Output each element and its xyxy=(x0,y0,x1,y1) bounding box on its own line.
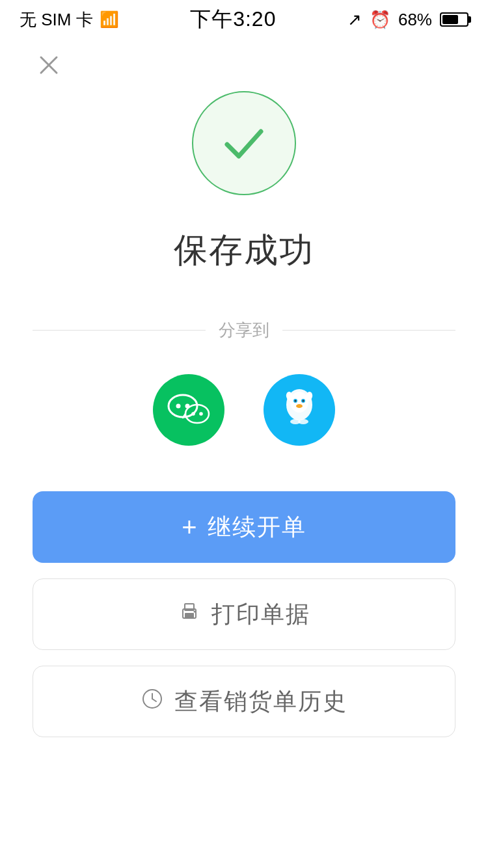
status-time: 下午3:20 xyxy=(190,5,276,34)
continue-label: 继续开单 xyxy=(208,511,306,543)
history-button[interactable]: 查看销货单历史 xyxy=(33,666,455,737)
sim-label: 无 SIM 卡 xyxy=(20,8,93,31)
alarm-icon: ⏰ xyxy=(370,10,390,30)
plus-icon: + xyxy=(182,514,197,540)
success-title: 保存成功 xyxy=(174,228,314,273)
divider-line-left xyxy=(33,330,206,331)
battery-icon xyxy=(440,12,468,27)
status-left: 无 SIM 卡 📶 xyxy=(20,8,119,31)
svg-point-7 xyxy=(199,412,203,416)
svg-point-12 xyxy=(295,400,297,402)
svg-point-6 xyxy=(191,412,195,416)
status-right: ↗ ⏰ 68% xyxy=(347,10,468,30)
battery-percent: 68% xyxy=(398,10,432,30)
qq-icon xyxy=(278,387,321,433)
share-divider: 分享到 xyxy=(0,319,488,342)
svg-point-3 xyxy=(176,404,181,409)
wechat-icon xyxy=(167,392,210,428)
wechat-share-button[interactable] xyxy=(153,374,224,446)
main-content: 保存成功 分享到 xyxy=(0,39,488,737)
continue-button[interactable]: + 继续开单 xyxy=(33,491,455,563)
qq-share-button[interactable] xyxy=(264,374,335,446)
history-label: 查看销货单历史 xyxy=(174,686,347,718)
svg-point-9 xyxy=(290,392,308,413)
check-icon xyxy=(218,117,270,169)
status-bar: 无 SIM 卡 📶 下午3:20 ↗ ⏰ 68% xyxy=(0,0,488,39)
history-icon xyxy=(141,687,164,716)
close-icon xyxy=(38,55,59,75)
action-buttons: + 继续开单 打印单据 xyxy=(0,491,488,737)
share-label: 分享到 xyxy=(206,319,282,342)
svg-point-13 xyxy=(303,400,305,402)
divider-line-right xyxy=(282,330,455,331)
svg-point-18 xyxy=(298,419,308,424)
battery-fill xyxy=(442,15,458,24)
svg-point-22 xyxy=(194,611,196,613)
print-button[interactable]: 打印单据 xyxy=(33,578,455,650)
print-icon xyxy=(178,600,201,629)
share-icons xyxy=(153,374,335,446)
wifi-icon: 📶 xyxy=(100,10,119,29)
svg-point-14 xyxy=(296,404,303,408)
print-label: 打印单据 xyxy=(211,599,310,631)
svg-line-25 xyxy=(152,699,156,701)
location-icon: ↗ xyxy=(347,10,362,30)
close-button[interactable] xyxy=(33,49,65,81)
svg-rect-20 xyxy=(185,613,194,618)
success-circle xyxy=(192,91,296,195)
